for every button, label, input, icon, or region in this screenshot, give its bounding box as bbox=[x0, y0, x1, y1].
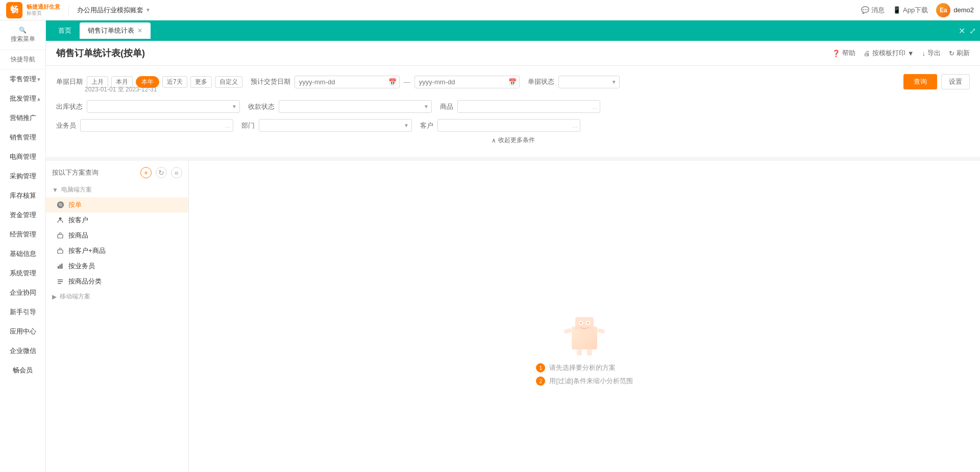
expected-date-start[interactable] bbox=[295, 76, 400, 88]
right-panel: 1 请先选择要分析的方案 2 用[过滤]条件来缩小分析范围 bbox=[189, 161, 980, 472]
setting-button[interactable]: 设置 bbox=[941, 74, 970, 89]
sidebar-guide-label: 新手引导 bbox=[10, 308, 36, 317]
sidebar-item-inventory[interactable]: 库存核算 bbox=[0, 186, 45, 205]
tab-close-button[interactable]: ✕ bbox=[137, 27, 142, 34]
sidebar-item-member[interactable]: 畅会员 bbox=[0, 361, 45, 380]
expected-date-end[interactable] bbox=[414, 76, 520, 88]
salesman-more-icon[interactable]: ... bbox=[225, 122, 230, 129]
export-button[interactable]: ↓ 导出 bbox=[922, 49, 941, 58]
goods-more-icon[interactable]: ... bbox=[592, 103, 597, 110]
tab-home[interactable]: 首页 bbox=[50, 22, 80, 39]
help-icon: ❓ bbox=[832, 50, 840, 57]
sidebar-item-enterprise-wechat[interactable]: 企业微信 bbox=[0, 341, 45, 361]
sidebar-item-system[interactable]: 系统管理 bbox=[0, 264, 45, 283]
sidebar-retail-label: 零售管理 bbox=[10, 75, 36, 84]
filter-group-goods: 商品 ... bbox=[440, 100, 600, 113]
list-icon bbox=[56, 277, 64, 286]
user-menu[interactable]: Ea demo2 bbox=[936, 3, 974, 17]
template-print-button[interactable]: 🖨 按模板打印 ▼ bbox=[864, 49, 914, 58]
app-selector-text: 办公用品行业模拟账套 bbox=[77, 6, 143, 15]
customer-label: 客户 bbox=[420, 121, 433, 130]
tree-section-pc[interactable]: ▼ 电脑端方案 bbox=[46, 182, 188, 197]
salesman-input[interactable] bbox=[80, 119, 233, 132]
sidebar-item-app-center[interactable]: 应用中心 bbox=[0, 322, 45, 341]
tree-item-by-goods-label: 按商品 bbox=[68, 231, 88, 240]
sidebar-item-ecommerce[interactable]: 电商管理 bbox=[0, 147, 45, 167]
tree-section-arrow-mobile: ▶ bbox=[52, 293, 57, 300]
body-layout: 按以下方案查询 + ↻ « bbox=[46, 161, 980, 472]
tree-item-by-order[interactable]: 🔘 按单 bbox=[46, 197, 188, 213]
ship-status-select[interactable] bbox=[87, 100, 240, 113]
sidebar-item-wholesale[interactable]: 批发管理 ▲ bbox=[0, 89, 45, 108]
payment-status-label: 收款状态 bbox=[248, 102, 275, 111]
empty-hint-1: 1 请先选择要分析的方案 bbox=[536, 363, 632, 372]
sidebar-quick-nav-button[interactable]: 快捷导航 bbox=[0, 53, 45, 66]
svg-rect-5 bbox=[61, 264, 63, 269]
sidebar-item-marketing[interactable]: 营销推广 bbox=[0, 108, 45, 128]
svg-rect-8 bbox=[58, 283, 61, 284]
tab-expand-button[interactable]: ⤢ bbox=[969, 26, 976, 36]
sidebar-item-purchase[interactable]: 采购管理 bbox=[0, 167, 45, 186]
add-scheme-button[interactable]: + bbox=[140, 167, 152, 178]
tree-item-by-goods-category[interactable]: 按商品分类 bbox=[46, 274, 188, 289]
sidebar-enterprise-wechat-label: 企业微信 bbox=[10, 346, 36, 356]
tab-bar: 首页 销售订单统计表 ✕ ✕ ⤢ bbox=[46, 20, 980, 41]
tree-item-by-customer-goods[interactable]: 按客户+商品 bbox=[46, 243, 188, 258]
date-btn-7days[interactable]: 近7天 bbox=[162, 76, 187, 88]
date-btn-custom[interactable]: 自定义 bbox=[215, 76, 242, 88]
sidebar-search-button[interactable]: 🔍 搜索菜单 bbox=[0, 25, 45, 45]
salesman-input-wrapper: ... bbox=[80, 119, 233, 132]
refresh-button[interactable]: ↻ 刷新 bbox=[949, 49, 970, 58]
sidebar-item-enterprise[interactable]: 企业协同 bbox=[0, 283, 45, 302]
svg-rect-3 bbox=[58, 266, 59, 269]
date-label: 单据日期 bbox=[56, 77, 83, 86]
sidebar-item-retail[interactable]: 零售管理 ▼ bbox=[0, 69, 45, 89]
app-download-button[interactable]: 📱 App下载 bbox=[893, 6, 928, 15]
page-content: 销售订单统计表(按单) ❓ 帮助 🖨 按模板打印 ▼ ↓ 导出 bbox=[46, 41, 980, 472]
ship-status-select-wrapper: ▼ bbox=[87, 100, 240, 113]
svg-rect-9 bbox=[572, 326, 597, 349]
fold-button[interactable]: ∧ 收起更多条件 bbox=[492, 136, 535, 145]
query-button[interactable]: 查询 bbox=[903, 74, 937, 89]
app-selector[interactable]: 办公用品行业模拟账套 ▼ bbox=[77, 6, 151, 15]
tab-sales-order-stats[interactable]: 销售订单统计表 ✕ bbox=[80, 22, 151, 39]
department-select[interactable] bbox=[259, 119, 412, 132]
sidebar-item-operations[interactable]: 经营管理 bbox=[0, 225, 45, 244]
fold-chevron-icon: ∧ bbox=[492, 137, 496, 144]
tree-item-by-goods[interactable]: 按商品 bbox=[46, 228, 188, 243]
customer-more-icon[interactable]: ... bbox=[572, 122, 577, 129]
user-avatar: Ea bbox=[936, 3, 950, 17]
person-icon bbox=[56, 216, 64, 224]
hint-text-1: 请先选择要分析的方案 bbox=[549, 363, 616, 372]
refresh-schemes-button[interactable]: ↻ bbox=[156, 167, 167, 178]
sidebar-item-guide[interactable]: 新手引导 bbox=[0, 302, 45, 322]
payment-status-select-wrapper: ▼ bbox=[279, 100, 432, 113]
status-select[interactable] bbox=[558, 76, 620, 88]
sidebar-item-basic[interactable]: 基础信息 bbox=[0, 244, 45, 264]
page-header-actions: ❓ 帮助 🖨 按模板打印 ▼ ↓ 导出 ↻ 刷新 bbox=[832, 49, 970, 58]
customer-input[interactable] bbox=[437, 119, 580, 132]
box-icon bbox=[56, 231, 64, 240]
collapse-panel-button[interactable]: « bbox=[171, 167, 182, 178]
hint-num-2: 2 bbox=[536, 376, 545, 386]
tree-section-mobile[interactable]: ▶ 移动端方案 bbox=[46, 289, 188, 304]
status-label: 单据状态 bbox=[528, 77, 554, 86]
topbar-left: 畅 畅捷通好生意 标签页 办公用品行业模拟账套 ▼ bbox=[6, 2, 151, 18]
sidebar-item-sales[interactable]: 销售管理 bbox=[0, 128, 45, 147]
payment-status-select[interactable] bbox=[279, 100, 432, 113]
sidebar-search-label: 搜索菜单 bbox=[11, 35, 35, 43]
message-button[interactable]: 💬 消息 bbox=[861, 6, 885, 15]
sidebar-quick-nav-section: 快捷导航 bbox=[0, 50, 45, 69]
app-download-icon: 📱 bbox=[893, 6, 901, 14]
tree-item-by-customer[interactable]: 按客户 bbox=[46, 213, 188, 228]
sidebar-item-finance[interactable]: 资金管理 bbox=[0, 205, 45, 225]
plus-icon: + bbox=[144, 169, 148, 177]
goods-input[interactable] bbox=[457, 100, 600, 113]
tree-item-by-salesman-label: 按业务员 bbox=[68, 262, 95, 271]
sidebar-basic-label: 基础信息 bbox=[10, 249, 36, 258]
help-button[interactable]: ❓ 帮助 bbox=[832, 49, 855, 58]
print-chevron-icon: ▼ bbox=[908, 50, 914, 57]
tab-close-all-button[interactable]: ✕ bbox=[959, 26, 965, 36]
date-btn-more[interactable]: 更多 bbox=[190, 76, 212, 88]
tree-item-by-salesman[interactable]: 按业务员 bbox=[46, 258, 188, 274]
